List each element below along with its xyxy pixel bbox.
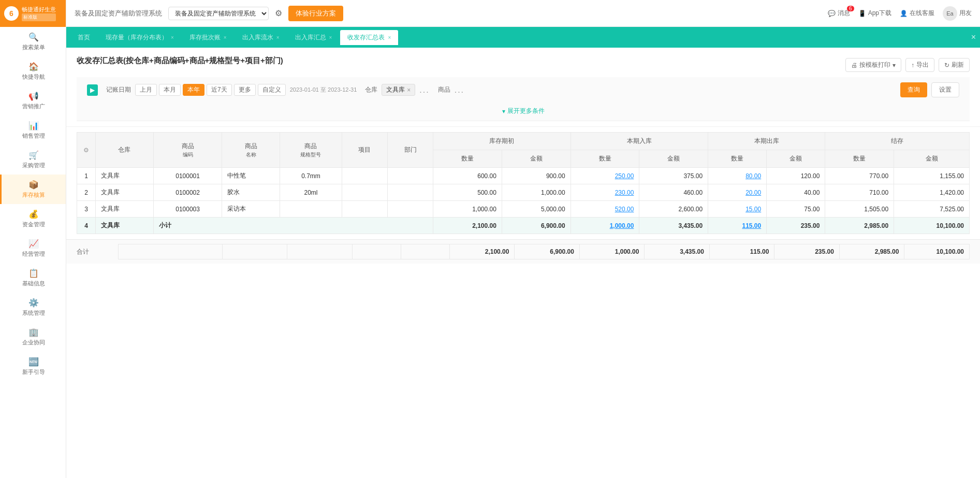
export-icon: ↑ (911, 62, 914, 69)
experience-btn[interactable]: 体验行业方案 (288, 6, 343, 21)
sidebar-item-purchase[interactable]: 🛒 采购管理 (0, 145, 66, 175)
goods-more-btn[interactable]: ... (455, 85, 464, 95)
th-closing-qty: 数量 (825, 150, 894, 168)
row1-out-qty[interactable]: 80.00 (708, 168, 767, 184)
warehouse-label: 仓库 (365, 85, 377, 94)
online-service-btn[interactable]: 👤 在线客服 (900, 9, 934, 18)
filter-toggle-btn[interactable]: ▶ (87, 84, 98, 96)
online-service-label: 在线客服 (910, 9, 934, 18)
warehouse-more-btn[interactable]: ... (419, 85, 429, 95)
sales-icon: 📊 (28, 121, 39, 131)
subtotal-open-qty: 2,100.00 (433, 218, 502, 234)
sidebar: 6 畅捷通好生意 标准版 🔍 搜索菜单 🏠 快捷导航 📢 营销推广 📊 销售管理… (0, 0, 66, 478)
total-in-amt: 3,435.00 (645, 244, 709, 259)
query-btn[interactable]: 查询 (900, 82, 927, 97)
tab-inout-flow-close[interactable]: × (276, 35, 280, 40)
subtotal-out-qty-link[interactable]: 115.00 (742, 222, 762, 229)
message-btn[interactable]: 💬 消息 6 (828, 9, 850, 18)
tab-batch-close[interactable]: × (224, 35, 227, 40)
sidebar-item-quick[interactable]: 🏠 快捷导航 (0, 56, 66, 86)
system-selector[interactable]: 装备及固定资产辅助管理系统 (168, 7, 269, 20)
export-btn[interactable]: ↑ 导出 (905, 58, 934, 72)
sidebar-item-operation[interactable]: 📈 经营管理 (0, 234, 66, 263)
app-download-btn[interactable]: 📱 App下载 (858, 9, 891, 18)
sidebar-item-finance-label: 资金管理 (22, 221, 45, 228)
sidebar-item-search[interactable]: 🔍 搜索菜单 (0, 27, 66, 56)
total-table: 2,100.00 6,900.00 1,000.00 3,435.00 115.… (118, 244, 970, 259)
tabs-close-all-btn[interactable]: × (971, 33, 976, 42)
system-icon: ⚙️ (28, 298, 39, 308)
row3-no: 3 (77, 201, 96, 218)
tab-recv-send-close[interactable]: × (388, 35, 391, 40)
row1-out-qty-link[interactable]: 80.00 (745, 172, 761, 180)
user-area[interactable]: Ea 用友 (943, 6, 972, 21)
expand-conditions-btn[interactable]: ▾ 展开更多条件 (502, 107, 545, 115)
tab-home[interactable]: 首页 (70, 30, 97, 45)
warehouse-tag-close[interactable]: × (407, 86, 411, 94)
content-area: 收发存汇总表(按仓库+商品编码+商品+规格型号+项目+部门) 🖨 按模板打印 ▾… (66, 48, 980, 478)
table-settings-icon[interactable]: ⚙ (83, 147, 89, 154)
row3-project (342, 201, 387, 218)
subtotal-in-qty[interactable]: 1,000.00 (571, 218, 639, 234)
tab-stock-dist-close[interactable]: × (171, 35, 174, 40)
date-btn-thisyear[interactable]: 本年 (183, 84, 204, 96)
tab-recv-send[interactable]: 收发存汇总表 × (340, 30, 398, 45)
warehouse-tag[interactable]: 文具库 × (382, 84, 415, 96)
tab-inout-flow[interactable]: 出入库流水 × (235, 30, 287, 45)
row3-in-qty-link[interactable]: 520.00 (615, 206, 634, 213)
date-btn-custom[interactable]: 自定义 (258, 84, 286, 96)
refresh-btn[interactable]: ↻ 刷新 (939, 58, 970, 72)
row2-in-qty-link[interactable]: 230.00 (615, 189, 634, 196)
settings-btn[interactable]: 设置 (931, 82, 959, 97)
message-icon: 💬 (828, 10, 836, 17)
search-icon: 🔍 (28, 32, 39, 42)
sidebar-item-guide[interactable]: 🆕 新手引导 (0, 352, 66, 381)
row2-in-qty[interactable]: 230.00 (571, 184, 639, 201)
row3-out-qty[interactable]: 15.00 (708, 201, 767, 218)
sidebar-item-search-label: 搜索菜单 (22, 44, 45, 51)
header-top-row: 收发存汇总表(按仓库+商品编码+商品+规格型号+项目+部门) 🖨 按模板打印 ▾… (77, 56, 970, 72)
subtotal-in-qty-link[interactable]: 1,000.00 (610, 222, 634, 229)
table-subtotal-row: 4 文具库 小计 2,100.00 6,900.00 1,000.00 3,43… (77, 218, 970, 234)
gear-icon[interactable]: ⚙ (275, 8, 282, 18)
total-close-qty: 2,985.00 (839, 244, 904, 259)
sidebar-item-marketing[interactable]: 📢 营销推广 (0, 86, 66, 115)
row2-code: 0100002 (153, 184, 222, 201)
th-settings[interactable]: ⚙ (77, 133, 96, 168)
sidebar-item-sales[interactable]: 📊 销售管理 (0, 115, 66, 145)
date-btn-lastmonth[interactable]: 上月 (135, 84, 157, 96)
tab-inout-summary-close[interactable]: × (329, 35, 332, 40)
subtotal-out-qty[interactable]: 115.00 (708, 218, 767, 234)
total-out-qty: 115.00 (709, 244, 774, 259)
sidebar-item-basic[interactable]: 📋 基础信息 (0, 263, 66, 293)
tab-batch[interactable]: 库存批次账 × (182, 30, 234, 45)
th-opening-amt: 金额 (502, 150, 571, 168)
row3-warehouse: 文具库 (96, 201, 154, 218)
th-closing-amt: 金额 (894, 150, 970, 168)
sidebar-item-finance[interactable]: 💰 资金管理 (0, 204, 66, 234)
total-in-qty: 1,000.00 (579, 244, 644, 259)
warehouse-filter-section: 仓库 文具库 × ... (365, 84, 429, 96)
date-btn-thismonth[interactable]: 本月 (159, 84, 181, 96)
page-title: 收发存汇总表(按仓库+商品编码+商品+规格型号+项目+部门) (77, 56, 283, 66)
sidebar-item-corp[interactable]: 🏢 企业协同 (0, 322, 66, 352)
total-label: 合计 (77, 248, 118, 256)
date-btn-more[interactable]: 更多 (234, 84, 256, 96)
printer-icon: 🖨 (851, 62, 857, 69)
sidebar-item-inventory[interactable]: 📦 库存核算 (0, 175, 66, 204)
row1-close-qty: 770.00 (825, 168, 894, 184)
row2-out-qty-link[interactable]: 20.00 (745, 189, 761, 196)
sidebar-item-system[interactable]: ⚙️ 系统管理 (0, 293, 66, 322)
tab-stock-dist[interactable]: 现存量（库存分布表） × (98, 30, 181, 45)
print-btn[interactable]: 🖨 按模板打印 ▾ (845, 58, 901, 72)
tab-recv-send-label: 收发存汇总表 (347, 33, 385, 42)
row2-out-qty[interactable]: 20.00 (708, 184, 767, 201)
total-spacer2 (222, 244, 287, 259)
subtotal-close-qty: 2,985.00 (825, 218, 894, 234)
row3-in-qty[interactable]: 520.00 (571, 201, 639, 218)
row1-in-qty-link[interactable]: 250.00 (615, 172, 634, 180)
row3-out-qty-link[interactable]: 15.00 (745, 206, 761, 213)
date-btn-7days[interactable]: 近7天 (207, 84, 232, 96)
tab-inout-summary[interactable]: 出入库汇总 × (288, 30, 340, 45)
row1-in-qty[interactable]: 250.00 (571, 168, 639, 184)
